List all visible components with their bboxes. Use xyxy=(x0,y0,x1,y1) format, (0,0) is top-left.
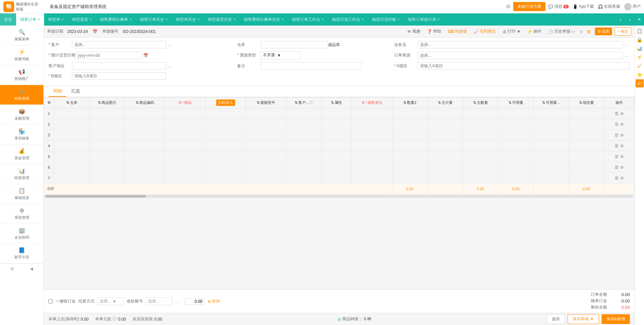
tab-summary[interactable]: 汇总 xyxy=(67,86,85,97)
right-sidebar-icon-1[interactable]: 📋 xyxy=(636,27,644,35)
cell-qty2[interactable] xyxy=(392,119,427,130)
tab-home[interactable]: 首页 xyxy=(0,13,16,26)
row-copy-btn[interactable]: ⊕ xyxy=(620,122,624,127)
cell-unit[interactable] xyxy=(352,119,392,130)
warehouse-input[interactable] xyxy=(261,41,328,48)
th-product[interactable]: ⇅*商品 xyxy=(165,97,205,108)
note-input[interactable] xyxy=(261,62,362,70)
right-sidebar-icon-4[interactable]: ⚡ xyxy=(636,53,644,61)
profit-forecast-btn[interactable]: 📈 毛利预估 xyxy=(471,28,498,35)
bank-account-select[interactable]: 选择... xyxy=(146,297,173,305)
row-copy-btn[interactable]: ⊕ xyxy=(620,175,624,180)
sidebar-item-inventory[interactable]: 🏪 库存核算 xyxy=(0,125,43,145)
cell-main-qty[interactable] xyxy=(463,108,498,119)
shortcut-btn[interactable]: ⌨ 快捷键 xyxy=(446,28,469,35)
tab-daily-reconcile[interactable]: 钱货日清对账 ✕ xyxy=(368,13,404,26)
tab-close-icon[interactable]: ✕ xyxy=(165,13,168,26)
cell-unit[interactable] xyxy=(352,108,392,119)
view-btn[interactable]: 👁 视频 xyxy=(405,28,422,35)
save-new-btn[interactable]: 保存&新增 xyxy=(602,314,630,324)
tab-close-icon[interactable]: ✕ xyxy=(437,13,440,26)
th-available2[interactable]: ⇅可用量... xyxy=(533,97,569,108)
tab-close-icon[interactable]: ✕ xyxy=(397,13,400,26)
settle-method-select[interactable]: 选择... ▼ xyxy=(97,297,124,305)
th-available[interactable]: ⇅可用量 xyxy=(498,97,533,108)
th-main-qty[interactable]: ⇅主数量 xyxy=(463,97,498,108)
right-sidebar-icon-6[interactable]: ⭐ xyxy=(636,71,644,79)
add-logistics-btn[interactable]: + 物流 xyxy=(615,27,631,36)
address-more-btn[interactable]: … xyxy=(166,63,173,69)
address-input[interactable] xyxy=(72,62,166,70)
th-unit[interactable]: ⇅*销售单位 xyxy=(352,97,392,108)
row-delete-btn[interactable]: 🗑 xyxy=(614,165,619,170)
staff-more-btn[interactable]: … xyxy=(623,41,630,48)
th-main-unit[interactable]: ⇅主计量 xyxy=(427,97,463,108)
row-delete-btn[interactable]: 🗑 xyxy=(614,175,619,180)
settings-gear-icon[interactable]: ⚙ xyxy=(506,3,510,10)
right-sidebar-icon-3[interactable]: 📊 xyxy=(636,44,644,52)
settings-btn[interactable]: ⚙ 设置 xyxy=(595,28,612,35)
order-source-more-btn[interactable]: … xyxy=(623,52,630,59)
th-scan[interactable]: 扫码录入 xyxy=(205,97,246,108)
warehouse-more-btn[interactable]: … xyxy=(340,41,347,48)
customer-input[interactable] xyxy=(72,41,166,48)
abandon-btn[interactable]: 放弃 xyxy=(547,314,565,324)
right-sidebar-icon-2[interactable]: 🔒 xyxy=(636,36,644,44)
calendar-icon[interactable]: 📅 xyxy=(92,29,98,35)
tab-sales-expense-history[interactable]: 销售费用分摊单历史 ✕ xyxy=(240,13,288,26)
sidebar-item-marketing[interactable]: 📢 营销推广 xyxy=(0,65,43,85)
th-qty2[interactable]: ⇅数量2 xyxy=(392,97,427,108)
th-image[interactable]: ⇅商品图片 xyxy=(89,97,125,108)
cell-warehouse[interactable] xyxy=(54,130,89,140)
bank-account-more-btn[interactable]: … xyxy=(175,298,182,305)
customer-more-btn[interactable]: … xyxy=(166,41,173,48)
a-project-input[interactable] xyxy=(418,62,630,70)
th-warehouse[interactable]: ⇅仓库 xyxy=(54,97,89,108)
row-copy-btn[interactable]: ⊕ xyxy=(620,143,624,148)
industry-btn[interactable]: 体验行业方案 xyxy=(513,2,545,11)
row-delete-btn[interactable]: 🗑 xyxy=(614,154,619,159)
row-delete-btn[interactable]: 🗑 xyxy=(614,122,619,127)
cell-product[interactable] xyxy=(165,108,205,119)
th-current-stock[interactable]: ⇅现存量 xyxy=(569,97,604,108)
tab-sales-order[interactable]: 销售订单 ✕ xyxy=(16,13,44,26)
row-copy-btn[interactable]: ⊕ xyxy=(620,111,624,116)
th-customer-code[interactable]: ⇅客户...ⓘ xyxy=(286,97,321,108)
tab-close-icon[interactable]: ✕ xyxy=(321,13,324,26)
right-sidebar-icon-7[interactable]: 🏷 xyxy=(636,79,644,87)
delivery-calendar-icon[interactable]: 📅 xyxy=(143,52,149,58)
quick-settle-checkbox[interactable] xyxy=(48,299,53,303)
sidebar-item-system[interactable]: ⚙ 系统管理 xyxy=(0,204,43,224)
cell-attributes[interactable] xyxy=(321,119,352,130)
user-btn[interactable]: 用户 xyxy=(624,3,641,10)
invoice-type-select[interactable]: 不开票 ▼ xyxy=(261,51,301,59)
cell-code[interactable] xyxy=(125,119,165,130)
tab-sales-stats[interactable]: 销售订单统计表 ✕ xyxy=(404,13,444,26)
b-project-input[interactable] xyxy=(72,72,166,80)
nav-next-btn[interactable]: › xyxy=(625,13,635,26)
sidebar-item-finance[interactable]: 💰 资金管理 xyxy=(0,145,43,164)
sidebar-item-operations[interactable]: 📊 经营管理 xyxy=(0,164,43,184)
history-btn[interactable]: 🕐 历史单据 ‹ › xyxy=(546,28,577,35)
messages-btn[interactable]: 💬 消息 9 xyxy=(548,4,569,9)
tab-close-icon[interactable]: ✕ xyxy=(89,13,92,26)
cell-code[interactable] xyxy=(125,108,165,119)
staff-input[interactable] xyxy=(418,41,623,48)
amount-input[interactable] xyxy=(185,298,205,305)
tab-daily-workbench[interactable]: 钱货日清工作台 ✕ xyxy=(328,13,368,26)
delivery-date-input[interactable] xyxy=(75,52,143,59)
th-code[interactable]: ⇅商品编码 xyxy=(125,97,165,108)
save-draft-btn[interactable]: 保存草稿 ▼ xyxy=(568,314,599,324)
cell-spec[interactable] xyxy=(246,119,286,130)
tab-close-icon[interactable]: ✕ xyxy=(129,13,132,26)
sidebar-item-guide[interactable]: 📘 新手引导 xyxy=(0,244,43,263)
tab-close-icon[interactable]: ✕ xyxy=(281,13,284,26)
horizontal-scrollbar[interactable] xyxy=(44,194,635,198)
cell-product[interactable] xyxy=(165,119,205,130)
history-nav-prev[interactable]: ‹ xyxy=(571,29,573,34)
print-btn[interactable]: 🖨 打印 ▼ xyxy=(500,28,523,35)
right-sidebar-icon-5[interactable]: 🖊 xyxy=(636,62,644,70)
tab-sales-order-history[interactable]: 销售订单历史 ✕ xyxy=(136,13,172,26)
cell-warehouse[interactable] xyxy=(54,119,89,130)
app-download-btn[interactable]: 📱 App下载 xyxy=(573,4,594,9)
